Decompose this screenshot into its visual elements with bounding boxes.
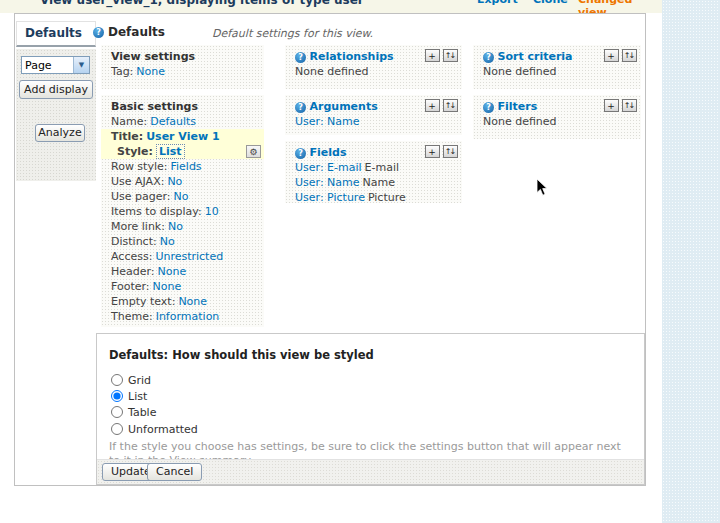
add-icon[interactable]: +	[604, 49, 619, 62]
tag-value-link[interactable]: None	[136, 65, 165, 78]
setting-row: Name:Defaults	[111, 114, 254, 129]
highlighted-settings: Title:User View 1 Style:List ⚙	[101, 129, 264, 159]
setting-row: Empty text:None	[111, 294, 254, 309]
field-link[interactable]: User: Picture	[295, 191, 365, 204]
more-link-value-link[interactable]: No	[168, 220, 183, 233]
title-value-link[interactable]: User View 1	[146, 130, 219, 143]
radio-option-unformatted[interactable]: Unformatted	[111, 423, 198, 438]
page-description: Default settings for this view.	[212, 27, 373, 40]
analyze-button[interactable]: Analyze	[35, 124, 85, 142]
rearrange-icon[interactable]: ↑↓	[443, 145, 458, 158]
relationships-header-link[interactable]: Relationships	[310, 50, 394, 63]
view-title: View user_view_1, displaying items of ty…	[40, 0, 364, 7]
add-icon[interactable]: +	[425, 99, 440, 112]
radio-list[interactable]	[111, 390, 123, 402]
setting-row: More link:No	[111, 219, 254, 234]
section-filters: ? Filters None defined + ↑↓	[473, 95, 641, 139]
export-link[interactable]: Export	[477, 0, 518, 6]
add-display-button[interactable]: Add display	[19, 80, 93, 99]
section-relationships: ? Relationships None defined + ↑↓	[285, 45, 462, 89]
views-ui-container: Defaults Page ▼ Add display Analyze ? De…	[14, 13, 646, 486]
distinct-value-link[interactable]: No	[160, 235, 175, 248]
help-icon: ?	[483, 52, 494, 63]
name-value-link[interactable]: Defaults	[150, 115, 196, 128]
field-link[interactable]: User: E-mail	[295, 161, 362, 174]
use-pager-value-link[interactable]: No	[174, 190, 189, 203]
style-form: Defaults: How should this view be styled…	[96, 333, 645, 485]
setting-row: Use pager:No	[111, 189, 254, 204]
radio-option-list[interactable]: List	[111, 390, 147, 405]
page-background-texture	[662, 0, 720, 523]
changed-view-status: Changed view	[578, 0, 662, 13]
radio-unformatted[interactable]	[111, 423, 123, 435]
setting-row: Items to display:10	[111, 204, 254, 219]
section-sort-criteria: ? Sort criteria None defined + ↑↓	[473, 45, 641, 89]
footer-value-link[interactable]: None	[153, 280, 182, 293]
section-title: Basic settings	[111, 99, 254, 114]
argument-link[interactable]: User: Name	[295, 115, 360, 128]
section-title: View settings	[111, 49, 254, 64]
section-fields: ? Fields User: E-mailE-mail User: NameNa…	[285, 141, 462, 203]
display-sidebar: Page ▼ Add display Analyze	[16, 49, 96, 181]
rearrange-icon[interactable]: ↑↓	[622, 99, 637, 112]
theme-value-link[interactable]: Information	[156, 310, 220, 323]
field-link[interactable]: User: Name	[295, 176, 360, 189]
row-style-value-link[interactable]: Fields	[170, 160, 201, 173]
help-icon: ?	[295, 148, 306, 159]
add-icon[interactable]: +	[604, 99, 619, 112]
fields-header-link[interactable]: Fields	[310, 146, 347, 159]
display-type-select-value: Page	[25, 58, 52, 73]
radio-option-table[interactable]: Table	[111, 406, 156, 421]
add-icon[interactable]: +	[425, 145, 440, 158]
field-row: User: PicturePicture	[295, 190, 452, 205]
filters-header-link[interactable]: Filters	[498, 100, 538, 113]
empty-text: None defined	[483, 64, 631, 79]
setting-row: Use AJAX:No	[111, 174, 254, 189]
help-icon: ?	[483, 102, 494, 113]
use-ajax-value-link[interactable]: No	[167, 175, 182, 188]
radio-table[interactable]	[111, 406, 123, 418]
top-title-bar: View user_view_1, displaying items of ty…	[0, 0, 662, 13]
setting-row: Tag:None	[111, 64, 254, 79]
setting-row: Footer:None	[111, 279, 254, 294]
section-view-settings: View settings Tag:None	[101, 45, 264, 89]
tab-defaults[interactable]: Defaults	[16, 21, 96, 47]
help-icon: ?	[93, 27, 104, 38]
access-value-link[interactable]: Unrestricted	[155, 250, 223, 263]
setting-row: Theme:Information	[111, 309, 254, 324]
help-icon: ?	[295, 102, 306, 113]
setting-row: Distinct:No	[111, 234, 254, 249]
field-row: User: NameName	[295, 175, 452, 190]
form-title: Defaults: How should this view be styled	[109, 348, 374, 362]
section-arguments: ? Arguments User: Name + ↑↓	[285, 95, 462, 135]
empty-text-value-link[interactable]: None	[178, 295, 207, 308]
style-settings-gear-icon[interactable]: ⚙	[246, 145, 261, 158]
select-arrow-icon: ▼	[73, 57, 89, 73]
rearrange-icon[interactable]: ↑↓	[443, 49, 458, 62]
display-type-select[interactable]: Page ▼	[21, 56, 90, 74]
clone-link[interactable]: Clone	[533, 0, 568, 6]
empty-text: None defined	[483, 114, 631, 129]
setting-row: Access:Unrestricted	[111, 249, 254, 264]
rearrange-icon[interactable]: ↑↓	[622, 49, 637, 62]
setting-row: Row style:Fields	[111, 159, 254, 174]
rearrange-icon[interactable]: ↑↓	[443, 99, 458, 112]
arguments-header-link[interactable]: Arguments	[310, 100, 378, 113]
section-basic-settings: Basic settings Name:Defaults Title:User …	[101, 95, 264, 327]
setting-row: Style:List	[111, 144, 254, 159]
help-icon: ?	[295, 52, 306, 63]
radio-option-grid[interactable]: Grid	[111, 374, 151, 389]
items-to-display-value-link[interactable]: 10	[205, 205, 219, 218]
style-value-link[interactable]: List	[156, 144, 185, 159]
header-value-link[interactable]: None	[158, 265, 187, 278]
empty-text: None defined	[295, 64, 452, 79]
sort-criteria-header-link[interactable]: Sort criteria	[498, 50, 573, 63]
page-title: Defaults	[108, 25, 165, 39]
setting-row: Title:User View 1	[111, 129, 254, 144]
form-actions: Update Cancel	[97, 459, 644, 484]
radio-grid[interactable]	[111, 374, 123, 386]
add-icon[interactable]: +	[425, 49, 440, 62]
cancel-button[interactable]: Cancel	[147, 463, 202, 481]
field-row: User: E-mailE-mail	[295, 160, 452, 175]
argument-row: User: Name	[295, 114, 452, 129]
